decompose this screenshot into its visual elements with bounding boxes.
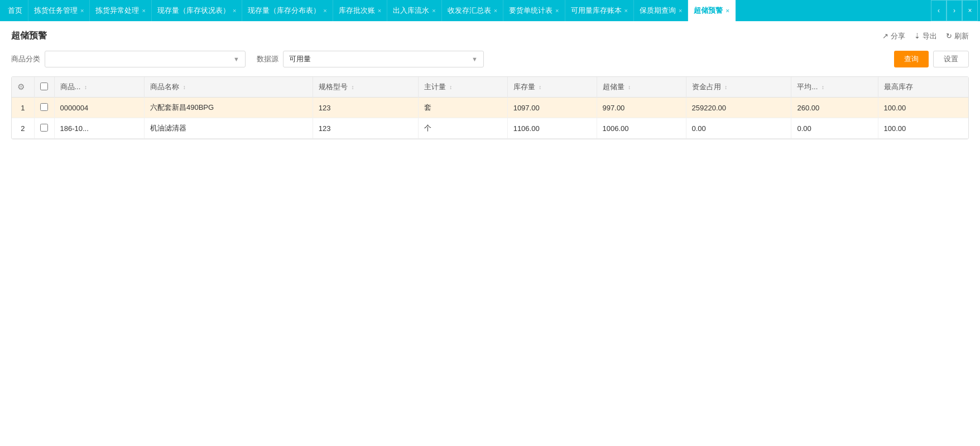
close-stock-dist[interactable]: ×	[323, 7, 326, 14]
close-recv-summary[interactable]: ×	[494, 7, 497, 14]
th-max-stock[interactable]: 最高库存	[878, 77, 968, 98]
nav-overstock[interactable]: 超储预警 ×	[688, 0, 735, 21]
sort-icon-product-name: ↕	[183, 85, 186, 90]
td-avg-price-0: 260.00	[791, 98, 878, 118]
data-table: ⚙ 商品... ↕ 商品名称 ↕ 规格型号 ↕	[12, 77, 968, 139]
close-batch-account[interactable]: ×	[378, 7, 381, 14]
th-spec[interactable]: 规格型号 ↕	[313, 77, 418, 98]
td-product-code-0: 0000004	[54, 98, 145, 118]
td-checkbox-1	[34, 118, 54, 139]
th-overstock[interactable]: 超储量 ↕	[597, 77, 686, 98]
th-product-name[interactable]: 商品名称 ↕	[145, 77, 313, 98]
table-row: 2 186-10... 机油滤清器 123 个 1106.00 1006.00 …	[12, 118, 968, 139]
data-source-select[interactable]: 可用量 ▼	[283, 51, 484, 67]
nav-order-stat[interactable]: 要货单统计表 ×	[503, 0, 565, 21]
sort-icon-unit: ↕	[449, 85, 452, 90]
th-checkbox	[34, 77, 54, 98]
nav-pick-exception[interactable]: 拣货异常处理 ×	[90, 0, 151, 21]
td-unit-0: 套	[418, 98, 507, 118]
select-all-checkbox[interactable]	[40, 83, 48, 90]
nav-stock-dist[interactable]: 现存量（库存分布表） ×	[242, 0, 333, 21]
settings-button[interactable]: 设置	[933, 51, 969, 67]
td-settings-1: 2	[12, 118, 34, 139]
td-stock-0: 1097.00	[507, 98, 597, 118]
close-overstock[interactable]: ×	[726, 7, 729, 14]
close-order-stat[interactable]: ×	[555, 7, 559, 14]
th-product-code[interactable]: 商品... ↕	[54, 77, 145, 98]
th-settings: ⚙	[12, 77, 34, 98]
nav-avail-account[interactable]: 可用量库存账本 ×	[565, 0, 634, 21]
data-source-group: 数据源 可用量 ▼	[257, 51, 484, 67]
th-capital[interactable]: 资金占用 ↕	[686, 77, 791, 98]
row-checkbox-1[interactable]	[40, 124, 48, 132]
data-source-arrow: ▼	[472, 56, 478, 62]
td-product-name-0: 六配套新昌490BPG	[145, 98, 313, 118]
table-header-row: ⚙ 商品... ↕ 商品名称 ↕ 规格型号 ↕	[12, 77, 968, 98]
filter-actions: 查询 设置	[894, 51, 969, 67]
sort-icon-capital: ↕	[724, 85, 727, 90]
td-stock-1: 1106.00	[507, 118, 597, 139]
close-pick-exception[interactable]: ×	[142, 7, 145, 14]
nav-close-arrow[interactable]: ×	[962, 0, 978, 21]
product-category-arrow: ▼	[233, 56, 239, 62]
sort-icon-spec: ↕	[351, 85, 354, 90]
th-unit[interactable]: 主计量 ↕	[418, 77, 507, 98]
th-stock[interactable]: 库存量 ↕	[507, 77, 597, 98]
query-button[interactable]: 查询	[894, 51, 929, 67]
nav-quality[interactable]: 保质期查询 ×	[634, 0, 688, 21]
product-category-group: 商品分类 ▼	[11, 51, 246, 67]
page-title-bar: 超储预警 ↗ 分享 ⇣ 导出 ↻ 刷新	[11, 30, 969, 42]
nav-arrow-group: ‹ › ×	[931, 0, 978, 21]
td-unit-1: 个	[418, 118, 507, 139]
share-action[interactable]: ↗ 分享	[882, 31, 905, 41]
td-spec-0: 123	[313, 98, 418, 118]
nav-stock-status[interactable]: 现存量（库存状况表） ×	[152, 0, 242, 21]
th-avg-price[interactable]: 平均... ↕	[791, 77, 878, 98]
page-title: 超储预警	[11, 30, 47, 42]
gear-icon[interactable]: ⚙	[17, 82, 25, 91]
close-quality[interactable]: ×	[679, 7, 682, 14]
sort-icon-stock: ↕	[539, 85, 541, 90]
td-overstock-0: 997.00	[597, 98, 686, 118]
td-product-name-1: 机油滤清器	[145, 118, 313, 139]
filter-row: 商品分类 ▼ 数据源 可用量 ▼ 查询 设置	[11, 51, 969, 67]
nav-prev-arrow[interactable]: ‹	[931, 0, 947, 21]
title-actions: ↗ 分享 ⇣ 导出 ↻ 刷新	[882, 31, 969, 41]
nav-batch-account[interactable]: 库存批次账 ×	[333, 0, 387, 21]
td-overstock-1: 1006.00	[597, 118, 686, 139]
refresh-action[interactable]: ↻ 刷新	[946, 31, 969, 41]
nav-recv-summary[interactable]: 收发存汇总表 ×	[442, 0, 503, 21]
td-spec-1: 123	[313, 118, 418, 139]
sort-icon-product-code: ↕	[84, 85, 87, 90]
close-stock-status[interactable]: ×	[233, 7, 236, 14]
td-max-stock-0: 100.00	[878, 98, 968, 118]
td-product-code-1: 186-10...	[54, 118, 145, 139]
td-capital-0: 259220.00	[686, 98, 791, 118]
export-icon: ⇣	[914, 32, 920, 40]
close-flow[interactable]: ×	[432, 7, 435, 14]
data-source-value: 可用量	[289, 54, 311, 64]
product-category-label: 商品分类	[11, 54, 40, 64]
close-avail-account[interactable]: ×	[624, 7, 628, 14]
row-checkbox-0[interactable]	[40, 103, 48, 111]
data-source-label: 数据源	[257, 54, 278, 64]
table-wrapper: ⚙ 商品... ↕ 商品名称 ↕ 规格型号 ↕	[11, 76, 969, 139]
nav-flow[interactable]: 出入库流水 ×	[387, 0, 441, 21]
td-capital-1: 0.00	[686, 118, 791, 139]
nav-pick-task[interactable]: 拣货任务管理 ×	[28, 0, 90, 21]
top-nav: 首页 拣货任务管理 × 拣货异常处理 × 现存量（库存状况表） × 现存量（库存…	[0, 0, 980, 21]
td-checkbox-0	[34, 98, 54, 118]
nav-next-arrow[interactable]: ›	[947, 0, 962, 21]
export-action[interactable]: ⇣ 导出	[914, 31, 937, 41]
share-icon: ↗	[882, 32, 888, 40]
nav-home[interactable]: 首页	[2, 0, 28, 21]
table-row: 1 0000004 六配套新昌490BPG 123 套 1097.00 997.…	[12, 98, 968, 118]
close-pick-task[interactable]: ×	[80, 7, 84, 14]
td-max-stock-1: 100.00	[878, 118, 968, 139]
sort-icon-avg-price: ↕	[822, 85, 824, 90]
td-avg-price-1: 0.00	[791, 118, 878, 139]
product-category-select[interactable]: ▼	[45, 51, 246, 67]
refresh-icon: ↻	[946, 32, 952, 40]
page-content: 超储预警 ↗ 分享 ⇣ 导出 ↻ 刷新 商品分类 ▼ 数据源	[0, 21, 980, 446]
sort-icon-overstock: ↕	[628, 85, 631, 90]
